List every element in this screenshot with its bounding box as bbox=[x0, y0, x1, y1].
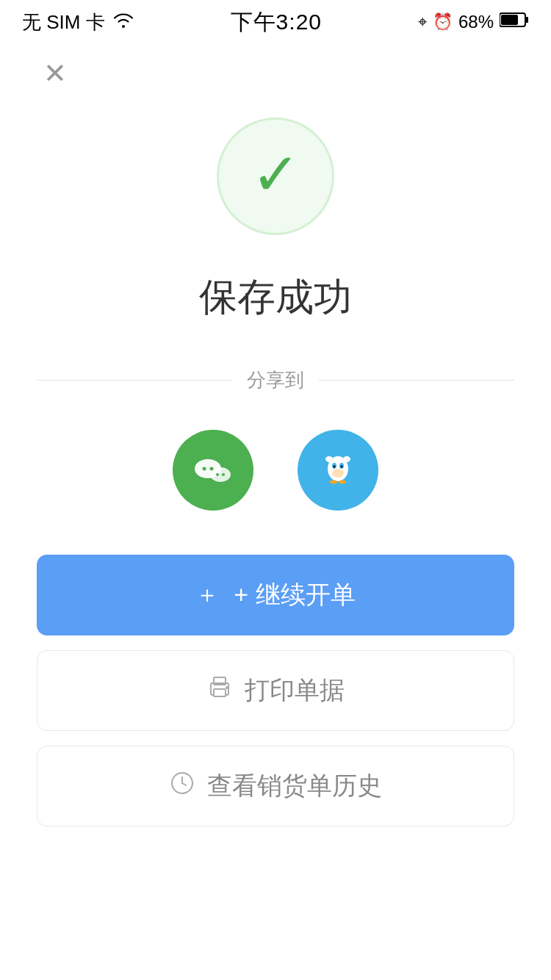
history-icon bbox=[169, 770, 195, 802]
svg-point-17 bbox=[339, 480, 346, 484]
svg-point-7 bbox=[216, 473, 219, 476]
divider-line-left bbox=[37, 380, 232, 381]
main-content: ✓ 保存成功 分享到 bbox=[0, 44, 551, 826]
qq-icon bbox=[316, 448, 360, 492]
svg-point-18 bbox=[325, 456, 333, 462]
svg-point-6 bbox=[209, 466, 213, 470]
share-icons-row bbox=[173, 430, 378, 511]
svg-point-15 bbox=[332, 469, 344, 478]
history-label: 查看销货单历史 bbox=[207, 769, 382, 803]
action-buttons: ＋ + 继续开单 打印单据 查看销货单历 bbox=[37, 555, 514, 826]
wechat-icon bbox=[190, 447, 237, 494]
success-title: 保存成功 bbox=[199, 272, 352, 323]
print-label: 打印单据 bbox=[245, 674, 345, 707]
wifi-icon bbox=[112, 12, 134, 32]
svg-point-23 bbox=[226, 686, 228, 689]
status-bar: 无 SIM 卡 下午3:20 ⌖ ⏰ 68% bbox=[0, 0, 551, 44]
print-button[interactable]: 打印单据 bbox=[37, 650, 514, 731]
svg-rect-1 bbox=[525, 17, 528, 23]
svg-rect-22 bbox=[214, 689, 226, 696]
continue-icon: ＋ bbox=[195, 579, 219, 611]
success-icon-circle: ✓ bbox=[217, 118, 334, 235]
wechat-share-button[interactable] bbox=[173, 430, 253, 511]
status-right: ⌖ ⏰ 68% bbox=[418, 12, 529, 32]
continue-label: + 继续开单 bbox=[234, 578, 355, 612]
alarm-icon: ⏰ bbox=[433, 12, 453, 32]
close-button[interactable]: ✕ bbox=[37, 55, 73, 92]
share-divider: 分享到 bbox=[37, 367, 514, 393]
no-sim-label: 无 SIM 卡 bbox=[22, 10, 105, 35]
svg-point-19 bbox=[343, 456, 350, 462]
share-label: 分享到 bbox=[247, 367, 304, 393]
divider-line-right bbox=[319, 380, 514, 381]
close-icon: ✕ bbox=[43, 60, 67, 87]
status-time: 下午3:20 bbox=[231, 7, 322, 37]
battery-label: 68% bbox=[458, 12, 494, 32]
svg-rect-2 bbox=[501, 15, 518, 25]
battery-icon bbox=[500, 12, 529, 32]
svg-point-12 bbox=[334, 466, 336, 468]
qq-share-button[interactable] bbox=[298, 430, 378, 511]
svg-point-13 bbox=[341, 466, 343, 468]
history-button[interactable]: 查看销货单历史 bbox=[37, 746, 514, 826]
print-icon bbox=[206, 674, 233, 707]
checkmark-icon: ✓ bbox=[251, 145, 300, 204]
location-icon: ⌖ bbox=[418, 12, 427, 32]
svg-point-16 bbox=[330, 480, 337, 484]
svg-point-8 bbox=[222, 473, 225, 476]
svg-point-5 bbox=[202, 466, 206, 470]
continue-button[interactable]: ＋ + 继续开单 bbox=[37, 555, 514, 635]
share-section: 分享到 bbox=[37, 367, 514, 511]
status-left: 无 SIM 卡 bbox=[22, 10, 134, 35]
